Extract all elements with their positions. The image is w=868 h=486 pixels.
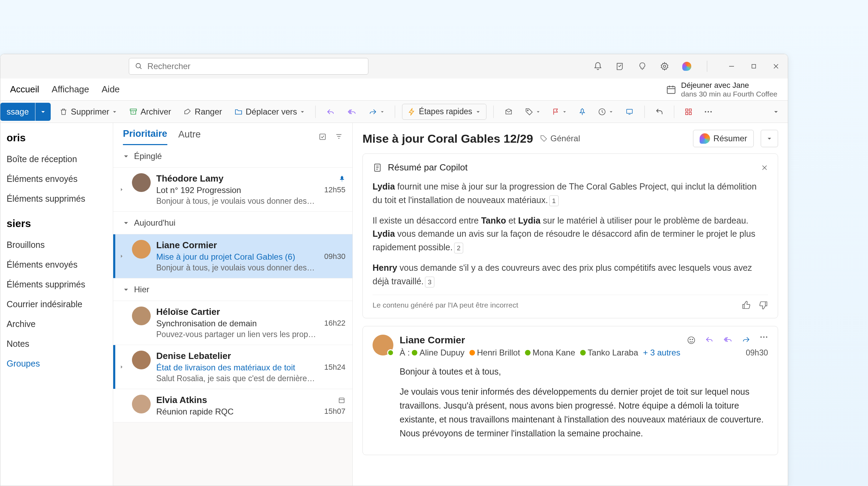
message-item[interactable]: Héloïse Cartier Synchronisation de demai… [113,301,352,345]
section-today[interactable]: Aujourd'hui [113,212,352,234]
tab-other[interactable]: Autre [178,129,201,145]
collapse-ribbon-button[interactable] [770,107,782,117]
message-list: Prioritaire Autre Épinglé Théodore Lamy … [113,123,353,486]
tab-focused[interactable]: Prioritaire [123,128,167,145]
pin-button[interactable] [575,106,590,118]
message-item[interactable]: Elvia Atkins Réunion rapide RQC15h07 [113,389,352,422]
tasks-icon[interactable] [615,61,625,71]
presence-indicator [387,349,394,356]
avatar [132,240,151,259]
trash-icon [59,107,68,116]
sender-avatar[interactable] [373,335,393,355]
to-label: À : [400,348,410,358]
new-message-button[interactable]: ssage [0,103,35,121]
nav-junk[interactable]: Courrier indésirable [0,294,113,314]
expand-icon[interactable] [117,173,126,206]
svg-rect-4 [752,65,756,68]
maximize-button[interactable] [749,61,759,71]
reply-button[interactable] [323,106,339,118]
reply-icon[interactable] [705,336,714,345]
recipient[interactable]: Tanko Laraba [580,348,638,358]
reply-all-button[interactable] [343,106,360,118]
svg-point-19 [705,111,706,112]
close-button[interactable] [771,61,781,71]
more-recipients[interactable]: + 3 autres [643,348,680,358]
more-icon[interactable] [760,336,768,345]
search-box[interactable] [129,58,368,75]
nav-drafts[interactable]: Brouillons [0,235,113,255]
close-icon[interactable] [761,164,768,171]
tips-icon[interactable] [637,61,647,71]
react-icon[interactable] [687,336,696,345]
svg-point-20 [708,111,709,112]
tag-button[interactable] [521,106,544,118]
menu-help[interactable]: Aide [95,81,126,98]
expand-icon[interactable] [117,240,126,273]
nav-deleted[interactable]: Éléments supprimés [0,189,113,209]
section-yesterday[interactable]: Hier [113,278,352,301]
apps-button[interactable] [681,106,696,118]
svg-rect-17 [686,112,688,114]
svg-line-1 [140,67,142,69]
expand-icon[interactable] [117,351,126,383]
recipient[interactable]: Mona Kane [525,348,575,358]
nav-archive[interactable]: Archive [0,314,113,334]
settings-icon[interactable] [660,61,669,71]
flag-button[interactable] [549,106,570,118]
thumbs-up-icon[interactable] [742,301,751,310]
thumbs-down-icon[interactable] [759,301,768,310]
calendar-reminder[interactable]: Déjeuner avec Jane dans 30 min au Fourth… [666,81,784,98]
section-pinned[interactable]: Épinglé [113,145,352,168]
more-button[interactable] [701,108,716,115]
recipient[interactable]: Henri Brillot [469,348,520,358]
copilot-icon [700,133,710,144]
sweep-button[interactable]: Ranger [180,105,226,119]
forward-button[interactable] [365,106,388,118]
nav-sent2[interactable]: Éléments envoyés [0,255,113,275]
snooze-button[interactable] [594,106,617,118]
summarize-button[interactable]: Résumer [693,130,754,147]
notifications-icon[interactable] [593,61,603,71]
nav-deleted2[interactable]: Éléments supprimés [0,275,113,294]
message-item[interactable]: Denise Lebatelier État de livraison des … [113,345,352,389]
quick-steps-button[interactable]: Étapes rapides [402,104,486,120]
read-unread-button[interactable] [501,106,517,118]
svg-rect-22 [320,134,325,140]
menu-view[interactable]: Affichage [45,81,95,98]
avatar [132,351,151,369]
archive-button[interactable]: Archiver [125,105,175,119]
nav-sent[interactable]: Éléments envoyés [0,169,113,189]
copilot-icon[interactable] [682,61,692,71]
reply-all-icon[interactable] [723,336,733,345]
reader-options-dropdown[interactable] [761,130,778,147]
avatar [132,307,151,325]
select-mode-icon[interactable] [318,133,327,141]
svg-rect-11 [130,109,136,111]
svg-rect-18 [689,112,691,114]
search-input[interactable] [148,61,362,71]
search-icon [135,62,143,71]
delete-button[interactable]: Supprimer [56,105,120,119]
undo-button[interactable] [652,106,667,118]
menu-home[interactable]: Accueil [4,81,45,98]
message-item[interactable]: Liane Cormier Mise à jour du projet Cora… [113,234,352,278]
message-item[interactable]: Théodore Lamy Lot n° 192 Progression12h5… [113,168,352,212]
forward-icon[interactable] [742,336,751,345]
filter-icon[interactable] [335,133,343,141]
nav-groups[interactable]: Groupes [0,354,113,374]
svg-rect-16 [689,109,691,111]
nav-notes[interactable]: Notes [0,334,113,354]
minimize-button[interactable] [727,61,736,71]
menubar: Accueil Affichage Aide Déjeuner avec Jan… [0,78,788,101]
new-message-dropdown[interactable] [35,103,51,121]
favorites-header[interactable]: oris [0,130,113,149]
sender-name[interactable]: Liane Cormier [400,335,465,346]
archive-icon [129,107,138,116]
mail-subject: Mise à jour Coral Gables 12/29 [362,132,533,145]
nav-inbox[interactable]: Boîte de réception [0,149,113,169]
folders-header[interactable]: siers [0,216,113,235]
screen-button[interactable] [621,106,637,118]
category-badge[interactable]: Général [540,134,580,143]
move-button[interactable]: Déplacer vers [231,105,308,119]
recipient[interactable]: Aline Dupuy [412,348,464,358]
